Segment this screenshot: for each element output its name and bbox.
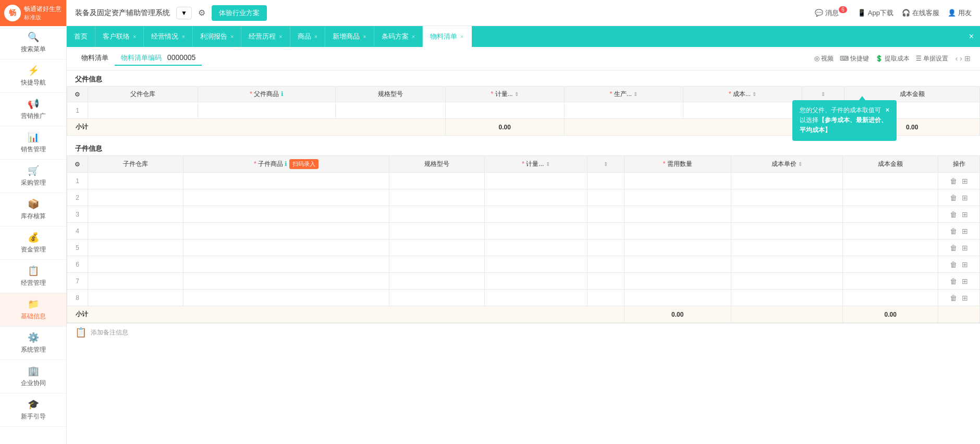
child-row-5-quantity[interactable] [624,239,731,256]
parent-row-1-warehouse[interactable] [88,102,198,119]
system-dropdown-button[interactable]: ▼ [176,7,192,19]
tab-new-goods[interactable]: 新增商品 × [325,26,374,47]
copy-row-icon[interactable]: ⊞ [960,294,970,302]
close-all-tabs-button[interactable]: × [963,32,980,41]
tab-barcode[interactable]: 条码方案 × [374,26,423,47]
child-row-2-product[interactable] [183,189,389,206]
close-barcode-tab-icon[interactable]: × [412,33,415,40]
sidebar-item-inventory[interactable]: 📦 库存核算 [0,193,66,226]
child-row-8-unit[interactable] [484,290,587,306]
close-customers-tab-icon[interactable]: × [133,33,136,40]
delete-row-icon[interactable]: 🗑 [948,294,959,302]
next-tab-arrow[interactable]: › [959,54,963,63]
tooltip-close-button[interactable]: × [886,105,889,115]
child-row-7-warehouse[interactable] [88,273,183,290]
child-unit-cost-sort-icon[interactable]: ⇕ [798,161,802,167]
copy-row-icon[interactable]: ⊞ [960,277,970,285]
sidebar-item-basic-info[interactable]: 📁 基础信息 [0,293,66,327]
grid-view-icon[interactable]: ⊞ [963,54,972,63]
parent-col-cost-sort-icon[interactable]: ⇕ [802,87,844,102]
delete-row-icon[interactable]: 🗑 [948,227,959,235]
sidebar-item-purchase[interactable]: 🛒 采购管理 [0,160,66,193]
child-row-6-product[interactable] [183,256,389,273]
copy-row-icon[interactable]: ⊞ [960,210,970,219]
child-row-6-unit[interactable] [484,256,587,273]
copy-row-icon[interactable]: ⊞ [960,194,970,202]
child-row-2-warehouse[interactable] [88,189,183,206]
delete-row-icon[interactable]: 🗑 [948,244,959,252]
prev-tab-arrow[interactable]: ‹ [954,54,959,63]
message-action[interactable]: 💬 消息 6 [815,8,849,18]
child-row-1-unit[interactable] [484,173,587,189]
sidebar-item-quick-nav[interactable]: ⚡ 快捷导航 [0,59,66,93]
child-row-7-spec[interactable] [389,273,485,290]
copy-row-icon[interactable]: ⊞ [960,227,970,235]
child-row-3-warehouse[interactable] [88,206,183,223]
sidebar-item-marketing[interactable]: 📢 营销推广 [0,93,66,126]
close-new-goods-tab-icon[interactable]: × [363,33,366,40]
delete-row-icon[interactable]: 🗑 [948,194,959,202]
child-row-8-spec[interactable] [389,290,485,306]
child-row-7-quantity[interactable] [624,273,731,290]
child-row-3-product[interactable] [183,206,389,223]
parent-cost-sort-icon[interactable]: ⇕ [752,91,756,97]
copy-row-icon[interactable]: ⊞ [960,260,970,269]
sidebar-item-guide[interactable]: 🎓 新手引导 [0,393,66,427]
parent-row-1-cost[interactable] [683,102,802,119]
child-row-3-spec[interactable] [389,206,485,223]
delete-row-icon[interactable]: 🗑 [948,277,959,285]
child-row-8-product[interactable] [183,290,389,306]
child-row-1-warehouse[interactable] [88,173,183,189]
delete-row-icon[interactable]: 🗑 [948,177,959,185]
online-service-action[interactable]: 🎧 在线客服 [902,8,939,18]
child-row-7-unit[interactable] [484,273,587,290]
sidebar-item-sales[interactable]: 📊 销售管理 [0,126,66,160]
view-action[interactable]: ◎ 视频 [814,54,834,63]
child-col-gear[interactable]: ⚙ [67,156,88,173]
cost-action[interactable]: 💲 提取成本 [875,54,910,63]
child-row-4-spec[interactable] [389,223,485,239]
trial-button[interactable]: 体验行业方案 [212,5,267,21]
child-row-5-warehouse[interactable] [88,239,183,256]
close-profit-tab-icon[interactable]: × [230,33,234,40]
parent-row-1-spec[interactable] [335,102,445,119]
close-goods-tab-icon[interactable]: × [314,33,317,40]
parent-row-1-produce[interactable] [564,102,683,119]
bottom-note[interactable]: 📋 添加备注信息 [67,323,980,341]
child-row-3-unit[interactable] [484,206,587,223]
close-history-tab-icon[interactable]: × [279,33,282,40]
parent-col-gear[interactable]: ⚙ [67,87,88,102]
child-row-6-quantity[interactable] [624,256,731,273]
child-product-info-icon[interactable]: ℹ [285,160,287,167]
close-operations-tab-icon[interactable]: × [181,33,185,40]
child-row-6-spec[interactable] [389,256,485,273]
sidebar-item-enterprise[interactable]: 🏢 企业协同 [0,360,66,393]
sub-tab-detail[interactable]: 物料清单编码 0000005 [115,51,202,66]
tab-customers[interactable]: 客户联络 × [95,26,144,47]
child-row-3-quantity[interactable] [624,206,731,223]
child-row-1-product[interactable] [183,173,389,189]
app-download-action[interactable]: 📱 App下载 [858,8,893,18]
sidebar-item-operations[interactable]: 📋 经营管理 [0,260,66,293]
child-row-4-unit[interactable] [484,223,587,239]
tab-home[interactable]: 首页 [67,26,95,47]
child-row-7-product[interactable] [183,273,389,290]
child-row-5-spec[interactable] [389,239,485,256]
child-row-8-quantity[interactable] [624,290,731,306]
tab-goods[interactable]: 商品 × [290,26,325,47]
delete-row-icon[interactable]: 🗑 [948,210,959,219]
child-row-1-quantity[interactable] [624,173,731,189]
tab-profit[interactable]: 利润报告 × [193,26,241,47]
child-row-4-quantity[interactable] [624,223,731,239]
product-info-icon[interactable]: ℹ [281,90,284,98]
child-row-4-product[interactable] [183,223,389,239]
child-row-1-spec[interactable] [389,173,485,189]
parent-row-1-unit[interactable] [445,102,564,119]
child-col-qty-sort[interactable]: ⇕ [587,156,624,173]
copy-row-icon[interactable]: ⊞ [960,177,970,185]
parent-unit-sort-icon[interactable]: ⇕ [514,91,519,97]
tab-operations-status[interactable]: 经营情况 × [144,26,192,47]
child-row-8-warehouse[interactable] [88,290,183,306]
sidebar-item-system[interactable]: ⚙️ 系统管理 [0,327,66,360]
scan-button[interactable]: 扫码录入 [289,159,318,169]
